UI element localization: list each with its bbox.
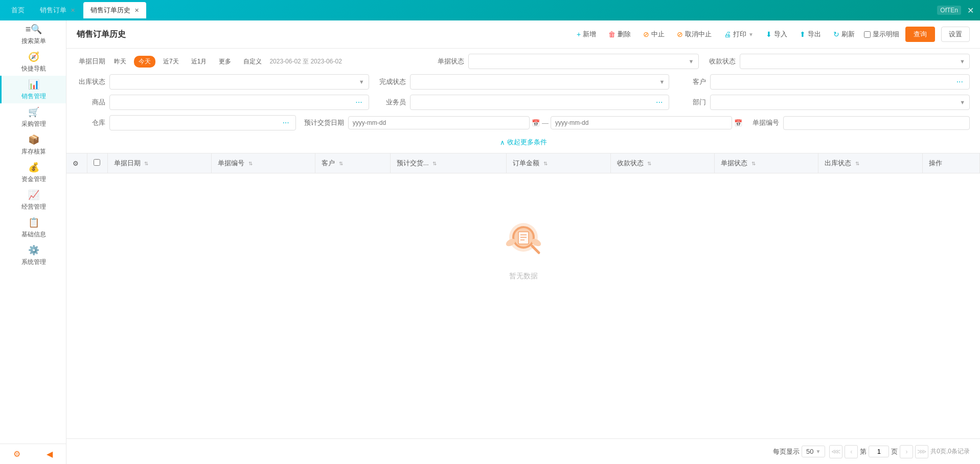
collapse-sidebar-icon[interactable]: ◀ <box>47 449 53 459</box>
th-checkbox[interactable] <box>87 153 107 173</box>
th-bill-date[interactable]: 单据日期 ⇅ <box>107 153 211 173</box>
expected-date-to-input[interactable] <box>551 116 732 129</box>
sidebar-item-sales[interactable]: 📊 销售管理 <box>0 76 66 103</box>
sort-receipt-status-icon[interactable]: ⇅ <box>647 161 651 166</box>
collapse-row[interactable]: ∧ 收起更多条件 <box>77 136 970 149</box>
complete-label: 完成状态 <box>377 77 406 86</box>
goods-dots-icon[interactable]: ··· <box>353 98 364 107</box>
th-bill-no[interactable]: 单据编号 ⇅ <box>211 153 315 173</box>
sort-bill-no-icon[interactable]: ⇅ <box>248 161 253 166</box>
print-icon: 🖨 <box>724 30 731 38</box>
expected-date-from-input[interactable] <box>348 116 530 129</box>
add-button[interactable]: + 新增 <box>574 28 599 41</box>
refresh-button[interactable]: ↻ 刷新 <box>830 28 858 41</box>
sidebar-item-base[interactable]: 📋 基础信息 <box>0 214 66 241</box>
date-label: 单据日期 <box>77 57 105 66</box>
page-first-btn[interactable]: ⋘ <box>829 445 842 458</box>
tab-sales-history-close[interactable]: ✕ <box>134 7 139 14</box>
tab-sales-order[interactable]: 销售订单 ✕ <box>33 2 82 18</box>
sidebar-item-finance[interactable]: 💰 资金管理 <box>0 159 66 186</box>
page-prev-btn[interactable]: ‹ <box>845 445 858 458</box>
sort-bill-date-icon[interactable]: ⇅ <box>144 161 148 166</box>
page-next-btn[interactable]: › <box>900 445 913 458</box>
customer-dots-icon[interactable]: ··· <box>954 77 965 86</box>
bill-status-select[interactable]: ▼ <box>468 54 699 69</box>
page-nav: ⋘ ‹ 第 页 › ⋙ 共0页,0条记录 <box>829 445 970 458</box>
th-order-amount-label: 订单金额 <box>513 159 539 167</box>
filter-item-warehouse: 仓库 ··· <box>77 115 296 130</box>
tab-sales-history[interactable]: 销售订单历史 ✕ <box>83 2 146 18</box>
sidebar-item-purchase[interactable]: 🛒 采购管理 <box>0 103 66 131</box>
sort-bill-status-icon[interactable]: ⇅ <box>751 161 756 166</box>
date-tag-yesterday[interactable]: 昨天 <box>109 56 131 68</box>
calendar-from-icon[interactable]: 📅 <box>532 119 540 127</box>
page-size-chevron-icon: ▼ <box>815 449 821 454</box>
show-detail-checkbox[interactable]: 显示明细 <box>864 30 899 39</box>
date-tag-1month[interactable]: 近1月 <box>187 56 212 68</box>
tab-home[interactable]: 首页 <box>4 2 32 18</box>
topbar-close-btn[interactable]: ✕ <box>965 4 976 17</box>
th-settings[interactable]: ⚙ <box>66 153 87 173</box>
print-button[interactable]: 🖨 打印 ▼ <box>721 28 757 41</box>
goods-input-wrapper[interactable]: ··· <box>109 95 369 110</box>
th-outbound-status-label: 出库状态 <box>825 159 851 167</box>
bill-no-input[interactable] <box>783 116 970 130</box>
sidebar-item-operations[interactable]: 📈 经营管理 <box>0 186 66 214</box>
main-layout: ≡🔍 搜索菜单 🧭 快捷导航 📊 销售管理 🛒 采购管理 📦 库存核算 💰 资金… <box>0 20 980 464</box>
select-all-checkbox[interactable] <box>94 159 100 166</box>
system-icon: ⚙️ <box>28 245 39 256</box>
salesperson-input-wrapper[interactable]: ··· <box>410 95 670 110</box>
date-tag-7days[interactable]: 近7天 <box>158 56 184 68</box>
print-dropdown-icon[interactable]: ▼ <box>748 32 754 37</box>
sort-expected-date-icon[interactable]: ⇅ <box>432 161 437 166</box>
sort-outbound-status-icon[interactable]: ⇅ <box>855 161 859 166</box>
sidebar-item-nav[interactable]: 🧭 快捷导航 <box>0 48 66 76</box>
outbound-select[interactable]: ▼ <box>109 74 369 90</box>
warehouse-input-wrapper[interactable]: ··· <box>109 115 296 130</box>
import-button[interactable]: ⬇ 导入 <box>763 28 790 41</box>
receipt-status-select[interactable]: ▼ <box>740 54 970 69</box>
filter-item-dept: 部门 ▼ <box>677 95 970 110</box>
empty-state: 暂无数据 <box>66 173 980 322</box>
cancel-stop-icon: ⊘ <box>677 30 683 38</box>
query-button[interactable]: 查询 <box>905 27 935 42</box>
page-size-dropdown[interactable]: 50 ▼ <box>802 446 825 457</box>
cancel-stop-button[interactable]: ⊘ 取消中止 <box>674 28 715 41</box>
complete-select[interactable]: ▼ <box>410 74 670 90</box>
stop-button[interactable]: ⊘ 中止 <box>640 28 668 41</box>
sidebar-item-inventory[interactable]: 📦 库存核算 <box>0 131 66 159</box>
settings-bottom-icon[interactable]: ⚙ <box>13 449 20 459</box>
warehouse-dots-icon[interactable]: ··· <box>280 118 291 127</box>
filter-item-bill-status: 单据状态 ▼ <box>436 54 699 69</box>
date-tag-today[interactable]: 今天 <box>134 56 155 68</box>
salesperson-dots-icon[interactable]: ··· <box>654 98 665 107</box>
th-bill-status[interactable]: 单据状态 ⇅ <box>715 153 818 173</box>
sidebar-label-system: 系统管理 <box>21 258 46 267</box>
date-tag-custom[interactable]: 自定义 <box>239 56 266 68</box>
export-button[interactable]: ⬆ 导出 <box>796 28 824 41</box>
page-input[interactable] <box>869 446 889 457</box>
settings-table-icon[interactable]: ⚙ <box>73 160 79 167</box>
tab-sales-order-close[interactable]: ✕ <box>71 7 75 14</box>
filter-item-receipt-status: 收款状态 ▼ <box>707 54 970 69</box>
calendar-to-icon[interactable]: 📅 <box>734 119 742 127</box>
settings-button[interactable]: 设置 <box>941 27 970 42</box>
customer-input-wrapper[interactable]: ··· <box>710 74 970 90</box>
import-icon: ⬇ <box>766 30 772 38</box>
delete-button[interactable]: 🗑 删除 <box>605 28 634 41</box>
sort-order-amount-icon[interactable]: ⇅ <box>543 161 548 166</box>
th-customer[interactable]: 客户 ⇅ <box>315 153 390 173</box>
sidebar-item-system[interactable]: ⚙️ 系统管理 <box>0 241 66 269</box>
sidebar-item-search[interactable]: ≡🔍 搜索菜单 <box>0 20 66 48</box>
tab-list: 首页 销售订单 ✕ 销售订单历史 ✕ <box>4 2 937 18</box>
show-detail-input[interactable] <box>864 31 871 38</box>
th-outbound-status[interactable]: 出库状态 ⇅ <box>818 153 922 173</box>
th-expected-date[interactable]: 预计交货... ⇅ <box>390 153 506 173</box>
sort-customer-icon[interactable]: ⇅ <box>339 161 343 166</box>
dept-select[interactable]: ▼ <box>710 95 970 110</box>
date-tag-more[interactable]: 更多 <box>214 56 236 68</box>
bill-no-label: 单据编号 <box>750 118 779 127</box>
th-order-amount[interactable]: 订单金额 ⇅ <box>507 153 610 173</box>
th-receipt-status[interactable]: 收款状态 ⇅ <box>610 153 714 173</box>
page-last-btn[interactable]: ⋙ <box>915 445 928 458</box>
